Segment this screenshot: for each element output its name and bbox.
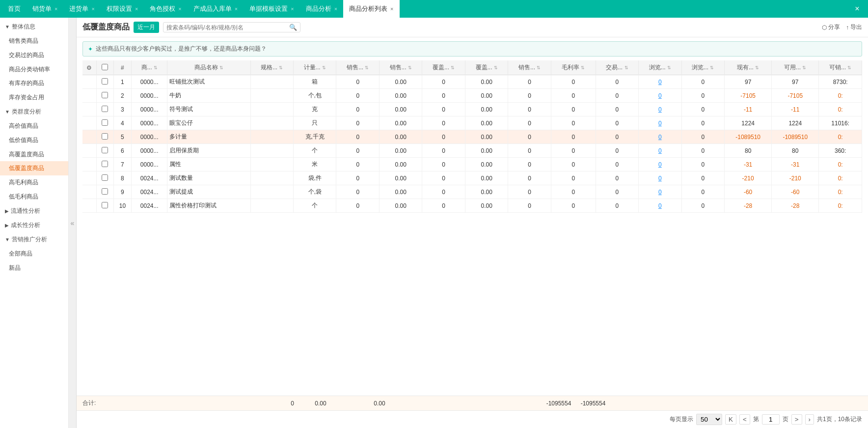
th-sales-amt[interactable]: 销售... ⇅ (379, 60, 422, 75)
th-saleable[interactable]: 可销... ⇅ (819, 60, 862, 75)
row-browse1[interactable]: 0 (639, 171, 681, 185)
th-trade[interactable]: 交易... ⇅ (596, 60, 638, 75)
row-checkbox[interactable] (96, 116, 113, 130)
row-select-checkbox[interactable] (102, 147, 108, 153)
date-filter-button[interactable]: 近一月 (134, 22, 159, 33)
row-browse1[interactable]: 0 (639, 116, 681, 130)
row-checkbox[interactable] (96, 75, 113, 89)
row-browse1[interactable]: 0 (639, 144, 681, 158)
export-button[interactable]: ↑ 导出 (846, 23, 862, 31)
select-all-checkbox[interactable] (102, 64, 108, 70)
th-gross-margin[interactable]: 毛利率 ⇅ (551, 60, 596, 75)
th-spec[interactable]: 规格... ⇅ (250, 60, 293, 75)
row-checkbox[interactable] (96, 103, 113, 116)
th-checkbox[interactable] (96, 60, 113, 75)
sidebar-item-low-coverage[interactable]: 低覆盖度商品 (0, 161, 68, 175)
nav-analysis-list[interactable]: 商品分析列表 × (343, 0, 399, 18)
row-checkbox[interactable] (96, 89, 113, 103)
nav-products[interactable]: 产成品入库单 × (188, 0, 244, 18)
sidebar-item-stock-capital[interactable]: 库存资金占用 (0, 90, 68, 105)
sidebar-item-turnover[interactable]: 商品分类动销率 (0, 62, 68, 77)
row-checkbox[interactable] (96, 199, 113, 213)
row-browse1[interactable]: 0 (639, 103, 681, 116)
next-page-button[interactable]: > (791, 414, 802, 425)
sidebar-item-low-margin[interactable]: 低毛利商品 (0, 190, 68, 204)
page-number-input[interactable] (762, 414, 780, 425)
row-select-checkbox[interactable] (102, 188, 108, 195)
sidebar-section-quality[interactable]: ▼ 类群度分析 (0, 105, 68, 119)
row-browse1[interactable]: 0 (639, 199, 681, 213)
sidebar-item-new-products[interactable]: 新品 (0, 261, 68, 275)
row-select-checkbox[interactable] (102, 161, 108, 167)
row-select-checkbox[interactable] (102, 92, 108, 98)
sidebar-item-low-value[interactable]: 低价值商品 (0, 133, 68, 147)
nav-roles[interactable]: 角色授权 × (144, 0, 187, 18)
sidebar-item-all-products[interactable]: 全部商品 (0, 247, 68, 261)
row-browse1[interactable]: 0 (639, 75, 681, 89)
row-browse1[interactable]: 0 (639, 130, 681, 144)
table-row: 6 0000... 启用保质期 个 0 0.00 0 0.00 0 0 0 0 … (82, 144, 862, 158)
row-select-checkbox[interactable] (102, 133, 108, 140)
sidebar-section-growth[interactable]: ▶ 成长性分析 (0, 218, 68, 232)
first-page-button[interactable]: K (725, 414, 736, 425)
row-checkbox[interactable] (96, 144, 113, 158)
row-browse1[interactable]: 0 (639, 158, 681, 171)
last-page-button[interactable]: › (805, 414, 814, 425)
th-cov2[interactable]: 覆盖... ⇅ (465, 60, 508, 75)
sidebar-item-high-margin[interactable]: 高毛利商品 (0, 175, 68, 190)
th-browse2[interactable]: 浏览... ⇅ (681, 60, 724, 75)
nav-analysis-close[interactable]: × (334, 6, 337, 12)
nav-permissions[interactable]: 权限设置 × (101, 0, 144, 18)
th-name[interactable]: 商品名称 ⇅ (167, 60, 250, 75)
th-cov1[interactable]: 覆盖... ⇅ (422, 60, 465, 75)
row-checkbox[interactable] (96, 130, 113, 144)
row-select-checkbox[interactable] (102, 174, 108, 181)
sidebar-item-sales-products[interactable]: 销售类商品 (0, 34, 68, 48)
nav-home[interactable]: 首页 (2, 0, 27, 18)
row-select-checkbox[interactable] (102, 119, 108, 126)
table-container[interactable]: ⚙ # 商... ⇅ 商品名称 ⇅ 规格... ⇅ 计量... ⇅ 销售... … (82, 60, 862, 396)
sidebar-item-with-stock[interactable]: 有库存的商品 (0, 76, 68, 90)
row-checkbox[interactable] (96, 185, 113, 199)
nav-templates[interactable]: 单据模板设置 × (244, 0, 299, 18)
prev-page-button[interactable]: < (739, 414, 750, 425)
sidebar-section-flow[interactable]: ▶ 流通性分析 (0, 204, 68, 218)
nav-purchase-close[interactable]: × (91, 6, 94, 12)
row-checkbox[interactable] (96, 158, 113, 171)
th-code[interactable]: 商... ⇅ (131, 60, 167, 75)
th-browse1[interactable]: 浏览... ⇅ (639, 60, 681, 75)
row-checkbox[interactable] (96, 171, 113, 185)
search-input[interactable] (166, 24, 289, 31)
nav-sales[interactable]: 销货单 × (27, 0, 63, 18)
row-select-checkbox[interactable] (102, 202, 108, 208)
row-saleable: 0: (819, 103, 862, 116)
per-page-select[interactable]: 50 100 200 (696, 414, 722, 425)
sidebar-item-high-coverage[interactable]: 高覆盖度商品 (0, 147, 68, 162)
row-select-checkbox[interactable] (102, 106, 108, 112)
th-available[interactable]: 可用... ⇅ (772, 60, 819, 75)
th-unit[interactable]: 计量... ⇅ (294, 60, 336, 75)
row-browse1[interactable]: 0 (639, 89, 681, 103)
search-icon[interactable]: 🔍 (289, 24, 297, 31)
nav-products-close[interactable]: × (235, 6, 238, 12)
nav-roles-close[interactable]: × (178, 6, 181, 12)
nav-templates-close[interactable]: × (291, 6, 294, 12)
th-settings[interactable]: ⚙ (82, 60, 96, 75)
nav-permissions-close[interactable]: × (135, 6, 138, 12)
nav-sales-close[interactable]: × (54, 6, 57, 12)
sidebar-section-promotion[interactable]: ▼ 营销推广分析 (0, 232, 68, 247)
sidebar-item-high-value[interactable]: 高价值商品 (0, 119, 68, 133)
th-sales-x[interactable]: 销售... ⇅ (508, 60, 551, 75)
sidebar-section-overall[interactable]: ▼ 整体信息 (0, 20, 68, 34)
row-select-checkbox[interactable] (102, 78, 108, 85)
nav-purchase[interactable]: 进货单 × (63, 0, 100, 18)
window-close-button[interactable]: × (848, 0, 866, 18)
nav-analysis-list-close[interactable]: × (390, 6, 393, 12)
row-browse1[interactable]: 0 (639, 185, 681, 199)
sidebar-collapse-button[interactable]: « (69, 18, 77, 428)
nav-analysis[interactable]: 商品分析 × (300, 0, 343, 18)
sidebar-item-traded-products[interactable]: 交易过的商品 (0, 48, 68, 62)
th-current[interactable]: 现有... ⇅ (725, 60, 772, 75)
share-button[interactable]: ⬡ 分享 (822, 23, 840, 31)
th-sales-qty[interactable]: 销售... ⇅ (336, 60, 379, 75)
